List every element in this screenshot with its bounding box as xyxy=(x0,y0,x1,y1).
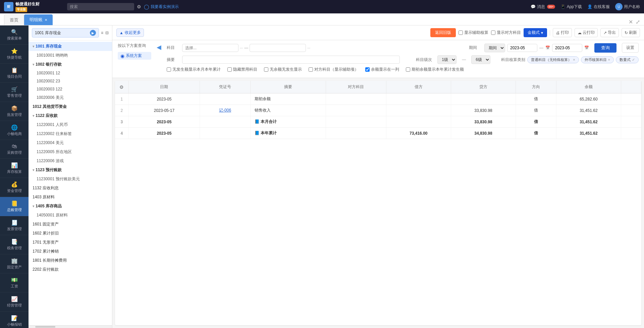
left-arrow-btn[interactable]: ◀ xyxy=(155,44,163,51)
sidebar-item-sales-report[interactable]: 📝 小畅报销 xyxy=(0,312,29,328)
level-from-select[interactable]: 1级2级3级 xyxy=(437,55,457,64)
tree-item-11230001[interactable]: 11230001 预付账款美元 xyxy=(29,175,112,184)
row-summary: 期初余额 xyxy=(250,93,326,105)
tree-item-10010001[interactable]: 10010001 哟哟哟 xyxy=(29,51,112,60)
date-from-input[interactable] xyxy=(507,44,537,52)
row-credit: 33,830.98 xyxy=(451,116,516,128)
sidebar-item-tax[interactable]: 📑 税务管理 xyxy=(0,235,29,254)
subject-input-to[interactable] xyxy=(250,44,306,52)
sidebar-item-search[interactable]: 🔍 搜索菜单 xyxy=(0,25,29,45)
show-opposite-check[interactable] xyxy=(491,30,495,35)
tree-item-11220001[interactable]: 11220001 人民币 xyxy=(29,120,112,129)
gear-icon[interactable]: ⚙ xyxy=(119,84,124,90)
chip-remove-1[interactable]: × xyxy=(573,58,575,62)
tab-close-icon[interactable]: ✕ xyxy=(45,18,47,22)
tree-item-1403[interactable]: 1403 原材料 xyxy=(29,193,112,202)
top-search-input[interactable] xyxy=(67,3,134,10)
tree-item-11220005[interactable]: 11220005 所在地区 xyxy=(29,147,112,156)
tree-item-1702[interactable]: 1702 累计摊销 xyxy=(29,247,112,256)
query-btn[interactable]: 查询 xyxy=(594,43,616,53)
tab-home[interactable]: 首页 xyxy=(4,14,24,25)
online-service-btn[interactable]: 👤 在线客服 xyxy=(587,4,610,10)
sidebar-item-wholesale[interactable]: 📦 批发管理 xyxy=(0,102,29,121)
tab-close-btn[interactable]: ✕ xyxy=(629,19,633,25)
date-to-input[interactable] xyxy=(552,44,582,52)
tree-item-1801[interactable]: 1801 长期待摊费用 xyxy=(29,256,112,265)
cloud-print-btn[interactable]: ☁ 云打印 xyxy=(575,28,598,37)
app-name: 畅捷通好生财 xyxy=(15,1,40,7)
checkbox-balance-col-input[interactable] xyxy=(365,67,370,72)
show-helper-check[interactable] xyxy=(459,30,463,35)
tree-item-10020002[interactable]: 10020002 23 xyxy=(29,77,112,85)
settings-btn[interactable]: 设置 xyxy=(622,43,639,53)
row-action xyxy=(621,105,641,116)
tree-item-1123[interactable]: ▾ 1123 预付账款 xyxy=(29,166,112,175)
return-old-version-btn[interactable]: 返回旧版 xyxy=(430,28,456,37)
tree-item-10020006[interactable]: 10020006 美元 xyxy=(29,93,112,102)
summary-input[interactable] xyxy=(182,56,400,64)
tree-item-1122[interactable]: ▾ 1122 应收款 xyxy=(29,111,112,120)
tree-item-10020001[interactable]: 10020001 12 xyxy=(29,69,112,77)
tab-expand-btn[interactable]: ⤢ xyxy=(636,19,640,25)
sidebar-item-invoice[interactable]: 🧾 发票管理 xyxy=(0,216,29,235)
checkbox-no-balance2-input[interactable] xyxy=(264,67,268,72)
sidebar-item-assets[interactable]: 🏢 固定资产 xyxy=(0,254,29,273)
subject-input[interactable] xyxy=(182,44,238,52)
demo-link[interactable]: ◯ 我要看实例演示 xyxy=(144,4,179,10)
category-chip-2[interactable]: 外币核算科目 × xyxy=(581,56,614,63)
collapse-tree-icon[interactable]: ⊟ xyxy=(105,30,109,35)
sidebar-item-ecommerce[interactable]: 🌐 小畅电商 xyxy=(0,121,29,140)
horizontal-scrollbar[interactable] xyxy=(29,325,112,328)
row-voucher[interactable]: 记-006 xyxy=(200,105,250,116)
tree-item-1602[interactable]: 1602 累计折旧 xyxy=(29,229,112,238)
chip-remove-2[interactable]: × xyxy=(608,58,610,62)
sidebar-item-retail[interactable]: 🛒 零售管理 xyxy=(0,83,29,102)
tree-item-11220002[interactable]: 11220002 往来标签 xyxy=(29,129,112,138)
checkbox-opposite-input[interactable] xyxy=(309,67,313,72)
checkbox-period-balance-input[interactable] xyxy=(406,67,410,72)
sidebar-item-project[interactable]: 📋 项目合同 xyxy=(0,64,29,83)
settings-icon[interactable]: ⚙ xyxy=(137,4,141,9)
tree-item-1132[interactable]: 1132 应收利息 xyxy=(29,184,112,193)
sidebar-item-salary[interactable]: 💵 工资 xyxy=(0,273,29,292)
account-nav-arrow[interactable]: ▶ xyxy=(90,30,96,36)
tree-item-1001[interactable]: ▾ 1001 库存现金 xyxy=(29,42,112,51)
tree-item-1701[interactable]: 1701 无形资产 xyxy=(29,238,112,247)
tree-item-1601[interactable]: 1601 固定资产 xyxy=(29,220,112,229)
row-debit: 73,416.00 xyxy=(386,128,451,139)
refresh-btn[interactable]: ↻ 刷新 xyxy=(622,28,640,37)
tree-item-2202[interactable]: 2202 应付账款 xyxy=(29,265,112,274)
sidebar-item-ops[interactable]: 📈 经营管理 xyxy=(0,292,29,312)
sidebar-item-purchase[interactable]: 🛍 采购管理 xyxy=(0,140,29,159)
row-debit xyxy=(386,116,451,128)
scrollbar-thumb xyxy=(35,326,55,328)
category-chip-3[interactable]: 数量式 ✓ xyxy=(616,56,639,63)
sidebar-item-inventory[interactable]: 📊 库存核算 xyxy=(0,159,29,178)
plan-tag[interactable]: ◉ 系统方案 xyxy=(118,52,151,60)
amount-style-btn[interactable]: 金额式 ▾ xyxy=(524,28,547,37)
app-download-btn[interactable]: 📱 App下载 xyxy=(560,4,582,10)
tree-item-1012[interactable]: 1012 其他货币资金 xyxy=(29,102,112,111)
msg-btn[interactable]: 💬 消息 99+ xyxy=(531,4,555,10)
sidebar-item-accounting[interactable]: 📒 总账管理 xyxy=(0,197,29,216)
level-to-select[interactable]: 6级5级4级 xyxy=(471,55,490,64)
collapse-more-btn[interactable]: ▲ 收起更多 xyxy=(116,28,144,37)
chip-remove-3[interactable]: ✓ xyxy=(632,58,635,62)
tree-toggle-icon[interactable]: ≡ xyxy=(101,30,103,35)
tree-item-11220004[interactable]: 11220004 美元 xyxy=(29,138,112,147)
tree-item-10020003[interactable]: 10020003 122 xyxy=(29,85,112,93)
tree-item-1405[interactable]: ▾ 1405 库存商品 xyxy=(29,202,112,211)
export-btn[interactable]: ↗ 导出 xyxy=(600,28,619,37)
period-select[interactable]: 期间 xyxy=(484,44,505,52)
sidebar-item-quicknav[interactable]: ⭐ 快捷导航 xyxy=(0,45,29,64)
print-btn[interactable]: 🖨 打印 xyxy=(553,28,572,37)
tree-item-11220006[interactable]: 11220006 游戏 xyxy=(29,156,112,166)
tree-item-14050001[interactable]: 14050001 原材料 xyxy=(29,211,112,220)
checkbox-hide-disabled-input[interactable] xyxy=(227,67,232,72)
checkbox-no-balance-input[interactable] xyxy=(167,67,171,72)
tab-detail[interactable]: 明细账 ✕ xyxy=(24,14,53,25)
tree-item-1002[interactable]: ▾ 1002 银行存款 xyxy=(29,60,112,69)
category-chip-1[interactable]: 普通科目（无特殊核算）× xyxy=(527,56,579,63)
user-avatar[interactable]: U 用户名称 xyxy=(615,3,640,10)
sidebar-item-finance[interactable]: 💰 资金管理 xyxy=(0,178,29,197)
